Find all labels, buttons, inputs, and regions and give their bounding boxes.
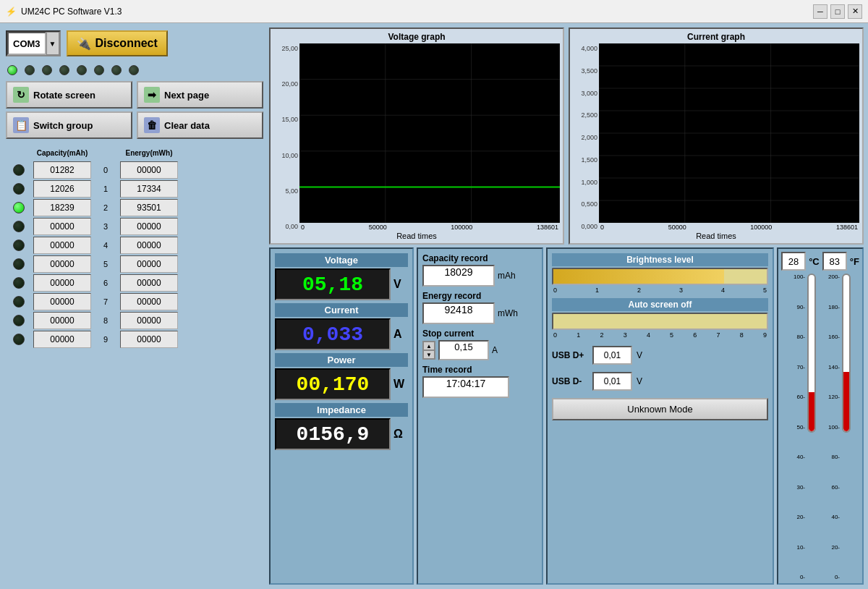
voltage-label: Voltage — [275, 253, 408, 267]
capacity-0: 01282 — [33, 161, 91, 179]
title-bar: ⚡ UM24C PC Software V1.3 ─ □ ✕ — [0, 0, 868, 23]
autoscreen-row: Auto screen off 0 1 2 3 4 5 6 7 8 — [552, 298, 768, 339]
stop-current-input: 0,15 — [438, 340, 489, 360]
status-dot-8 — [129, 65, 139, 75]
settings-panel: Brightness level 0 1 2 3 4 5 Auto — [546, 247, 774, 585]
voltage-display: 05,18 — [275, 268, 391, 300]
energy-3: 00000 — [120, 218, 178, 235]
row-led-7 — [7, 296, 30, 308]
capacity-3: 00000 — [33, 218, 91, 235]
energy-9: 00000 — [120, 331, 178, 348]
minimize-button[interactable]: ─ — [813, 4, 827, 19]
switch-group-button[interactable]: 📋 Switch group — [6, 111, 132, 139]
energy-4: 00000 — [120, 237, 178, 254]
title-bar-controls: ─ □ ✕ — [813, 4, 862, 19]
com-port-display: COM3 — [7, 32, 46, 55]
brightness-row: Brightness level 0 1 2 3 4 5 — [552, 253, 768, 294]
voltage-graph-svg — [299, 43, 560, 223]
voltage-graph-title: Voltage graph — [273, 32, 560, 42]
led-6 — [13, 277, 25, 289]
unknown-mode-button[interactable]: Unknown Mode — [552, 398, 768, 420]
capacity-header: Capacity(mAh) — [33, 149, 91, 157]
disconnect-icon: 🔌 — [77, 37, 91, 51]
power-group: Power 00,170 W — [275, 353, 408, 400]
brightness-slider[interactable] — [552, 268, 768, 285]
energy-idx-5: 5 — [94, 260, 117, 268]
impedance-group: Impedance 0156,9 Ω — [275, 403, 408, 450]
energy-idx-0: 0 — [94, 166, 117, 174]
close-button[interactable]: ✕ — [848, 4, 862, 19]
spinner-down[interactable]: ▼ — [423, 350, 435, 359]
unknown-mode-label: Unknown Mode — [627, 404, 692, 415]
autoscreen-slider[interactable] — [552, 313, 768, 330]
impedance-row: 0156,9 Ω — [275, 418, 408, 450]
data-row-7: 00000 7 00000 — [4, 293, 265, 310]
switch-group-label: Switch group — [33, 120, 93, 131]
stop-current-group: Stop current ▲ ▼ 0,15 A — [422, 329, 537, 360]
com-row: COM3 ▼ 🔌 Disconnect — [4, 27, 265, 59]
energy-6: 00000 — [120, 274, 178, 292]
data-row-2: 18239 2 93501 — [4, 199, 265, 216]
usb-dplus-row: USB D+ 0,01 V — [552, 346, 768, 365]
thermometer-panel: 28 °C 83 °F 100- 90- — [777, 247, 864, 585]
current-label: Current — [275, 303, 408, 317]
fahrenheit-value: 83 — [830, 256, 840, 267]
thermo-header: 28 °C 83 °F — [781, 252, 859, 271]
data-table-header: Capacity(mAh) Energy(mWh) — [4, 149, 265, 157]
fahrenheit-display: 83 — [822, 252, 847, 271]
rotate-screen-label: Rotate screen — [33, 90, 95, 101]
time-record-value: 17:04:17 — [446, 378, 486, 389]
power-value: 00,170 — [297, 373, 370, 396]
current-display: 0,033 — [275, 318, 391, 350]
title-bar-left: ⚡ UM24C PC Software V1.3 — [6, 7, 122, 17]
power-display: 00,170 — [275, 368, 391, 400]
energy-idx-1: 1 — [94, 185, 117, 193]
energy-idx-4: 4 — [94, 241, 117, 250]
clear-data-label: Clear data — [164, 120, 210, 131]
usb-dminus-unit: V — [637, 376, 642, 386]
disconnect-button[interactable]: 🔌 Disconnect — [67, 30, 168, 56]
energy-record-label: Energy record — [422, 291, 537, 301]
data-row-4: 00000 4 00000 — [4, 237, 265, 254]
brightness-fill — [553, 269, 724, 284]
time-record-input: 17:04:17 — [422, 376, 509, 398]
next-page-button[interactable]: ➡ Next page — [137, 81, 263, 109]
next-page-label: Next page — [164, 90, 209, 101]
time-record-label: Time record — [422, 365, 537, 375]
impedance-value: 0156,9 — [297, 423, 370, 446]
com-port-value: COM3 — [13, 38, 41, 49]
celsius-thermometer: 100- 90- 80- 70- 60- 50- 40- 30- 20- 10- — [788, 274, 818, 580]
next-icon: ➡ — [144, 87, 160, 103]
row-led-4 — [7, 240, 30, 251]
maximize-button[interactable]: □ — [830, 4, 845, 19]
spinner-up[interactable]: ▲ — [423, 342, 435, 350]
usb-dminus-label: USB D- — [552, 376, 588, 386]
status-dot-4 — [59, 65, 69, 75]
status-dot-2 — [25, 65, 35, 75]
capacity-8: 00000 — [33, 312, 91, 329]
row-led-8 — [7, 315, 30, 326]
current-y-axis: 4,000 3,500 3,000 2,500 2,000 1,500 1,00… — [573, 43, 599, 232]
status-dot-3 — [42, 65, 52, 75]
led-5 — [13, 258, 25, 270]
rotate-screen-button[interactable]: ↻ Rotate screen — [6, 81, 132, 109]
clear-data-button[interactable]: 🗑 Clear data — [137, 111, 263, 139]
thermometers-row: 100- 90- 80- 70- 60- 50- 40- 30- 20- 10- — [781, 274, 859, 580]
time-record-row: 17:04:17 — [422, 376, 537, 398]
impedance-unit: Ω — [393, 428, 408, 441]
led-3 — [13, 221, 25, 232]
energy-idx-9: 9 — [94, 335, 117, 344]
voltage-x-label: Read times — [273, 232, 560, 240]
capacity-record-group: Capacity record 18029 mAh — [422, 253, 537, 287]
graphs-row: Voltage graph 25,00 20,00 15,00 10,00 5,… — [269, 27, 864, 245]
com-port-arrow[interactable]: ▼ — [46, 32, 59, 55]
status-dot-5 — [77, 65, 87, 75]
voltage-unit: V — [393, 278, 408, 291]
status-dots — [4, 62, 265, 78]
power-row: 00,170 W — [275, 368, 408, 400]
led-7 — [13, 296, 25, 308]
row-led-1 — [7, 183, 30, 195]
energy-2: 93501 — [120, 199, 178, 216]
capacity-5: 00000 — [33, 255, 91, 273]
energy-header: Energy(mWh) — [120, 149, 178, 157]
